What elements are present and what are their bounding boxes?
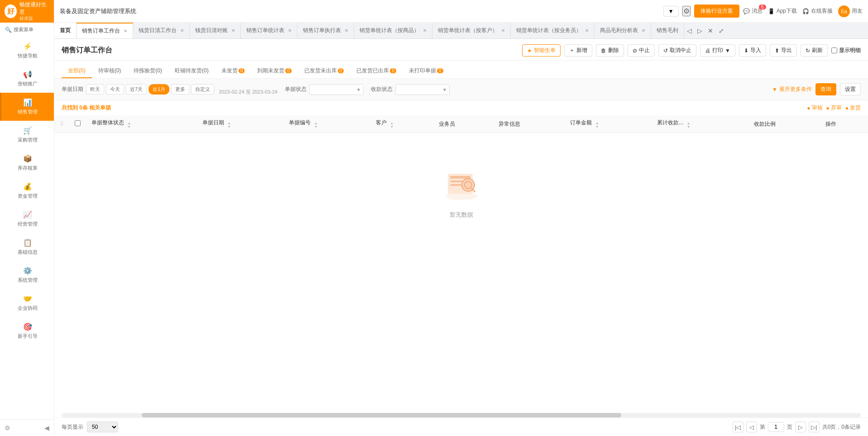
page-size-select[interactable]: 50 10 20 100 (87, 422, 118, 432)
col-header-date[interactable]: 单据日期 ▲▼ (197, 115, 284, 133)
subtab-all[interactable]: 全部(0) (62, 64, 92, 78)
tab-sales-product[interactable]: 销货单统计表（按商品） ✕ (354, 23, 432, 39)
date-btn-more[interactable]: 更多 (171, 84, 189, 95)
col-header-cumulative[interactable]: 累计收款... ▲▼ (652, 115, 748, 133)
date-btn-1month[interactable]: 近1月 (149, 84, 169, 95)
sidebar-item-system[interactable]: ⚙️ 系统管理 (0, 261, 54, 289)
settings-footer-btn[interactable]: ⚙ (5, 424, 10, 431)
subtab-unshipped[interactable]: 未发货0 (215, 64, 251, 78)
cancel-review-op-btn[interactable]: ● 弃审 (826, 104, 842, 112)
prev-page-btn[interactable]: ◁ (746, 422, 757, 432)
status-select[interactable] (309, 84, 364, 95)
date-btn-custom[interactable]: 自定义 (191, 84, 214, 95)
tab-sales-profit[interactable]: 销售毛利 (651, 23, 684, 39)
add-btn[interactable]: ＋ 新增 (564, 44, 592, 57)
page-title: 销售订单工作台 (62, 46, 112, 55)
tab-close-orderstats[interactable]: ✕ (288, 28, 292, 33)
tab-close-all-btn[interactable]: ✕ (705, 27, 716, 34)
sidebar-item-quicknav[interactable]: ⚡ 快捷导航 (0, 37, 54, 65)
print-btn[interactable]: 🖨 打印 ▼ (700, 44, 735, 57)
user-menu[interactable]: Ea 用友 (838, 5, 863, 17)
tab-daily-clear[interactable]: 钱货日清工作台 ✕ (133, 23, 190, 39)
col-header-customer[interactable]: 客户 ▲▼ (370, 115, 433, 133)
col-header-status[interactable]: 单据整体状态 ▲▼ (86, 115, 197, 133)
tab-close-salescustomer[interactable]: ✕ (501, 28, 505, 33)
tab-sales-staff[interactable]: 销货单统计表（按业务员） ✕ (511, 23, 595, 39)
export-btn[interactable]: ⬆ 导出 (770, 44, 797, 57)
import-btn[interactable]: ⬇ 导入 (739, 44, 766, 57)
expand-filter-btn[interactable]: ▼ 展开更多条件 (772, 85, 812, 93)
show-detail-label[interactable]: 显示明细 (831, 47, 861, 54)
industry-btn[interactable]: 体验行业方案 (694, 5, 739, 18)
refresh-btn[interactable]: ↻ 刷新 (801, 44, 828, 57)
tabbar: 首页 销售订单工作台 ✕ 钱货日清工作台 ✕ 钱货日清对账 ✕ 销售订单统计表 … (54, 23, 868, 39)
subtab-pending-check[interactable]: 待拣验货(0) (127, 64, 168, 78)
date-btn-yesterday[interactable]: 昨天 (86, 84, 104, 95)
data-table: ⠿ 单据整体状态 ▲▼ 单据日期 ▲▼ (54, 115, 868, 133)
topbar-gear-btn[interactable]: ⚙ (682, 6, 691, 16)
delete-btn[interactable]: 🗑 删除 (596, 44, 624, 57)
filter-settings-btn[interactable]: 设置 (840, 83, 861, 95)
subtab-wangpu-ship[interactable]: 旺铺待发货(0) (168, 64, 215, 78)
tab-reconciliation[interactable]: 钱货日清对账 ✕ (190, 23, 241, 39)
tab-close-orderexec[interactable]: ✕ (345, 28, 348, 33)
col-header-num[interactable]: 单据编号 ▲▼ (283, 115, 370, 133)
next-page-btn[interactable]: ▷ (795, 422, 806, 432)
col-header-amount[interactable]: 订单金额 ▲▼ (565, 115, 652, 133)
last-page-btn[interactable]: ▷| (809, 422, 820, 432)
date-btn-today[interactable]: 今天 (106, 84, 124, 95)
subtab-unprinted[interactable]: 未打印单据0 (403, 64, 450, 78)
date-range-display: 2023-02-24 至 2023-03-24 (219, 83, 278, 95)
cancel-stop-btn[interactable]: ↺ 取消中止 (658, 44, 696, 57)
sidebar-item-search[interactable]: 🔍 搜索菜单 (0, 23, 54, 37)
sidebar-item-guide[interactable]: 🎯 新手引导 (0, 317, 54, 345)
smart-order-btn[interactable]: ★ 智能生单 (522, 44, 561, 57)
review-op-btn[interactable]: ● 审核 (807, 104, 822, 112)
sidebar-item-operation[interactable]: 📈 经营管理 (0, 205, 54, 233)
horizontal-scrollbar[interactable] (62, 413, 861, 417)
payment-select[interactable] (395, 84, 450, 95)
subtab-shipped-out[interactable]: 已发货已出库0 (350, 64, 403, 78)
tab-margin[interactable]: 商品毛利分析表 ✕ (595, 23, 651, 39)
system-dropdown-btn[interactable]: ▼ (663, 6, 679, 17)
message-btn[interactable]: 💬 消息 6 (743, 7, 762, 15)
tab-close-salesstaff[interactable]: ✕ (585, 28, 589, 33)
sidebar-item-marketing[interactable]: 📢 营销推广 (0, 65, 54, 93)
tab-close-sales[interactable]: ✕ (124, 28, 127, 33)
select-all-checkbox[interactable] (75, 120, 81, 126)
tab-expand-btn[interactable]: ⤢ (716, 27, 727, 34)
subtab-overdue[interactable]: 到期未发货0 (251, 64, 298, 78)
scrollbar-thumb[interactable] (142, 413, 621, 417)
subtab-pending-review[interactable]: 待审核(0) (92, 64, 128, 78)
sidebar-item-purchase[interactable]: 🛒 采购管理 (0, 121, 54, 149)
sidebar-item-finance[interactable]: 💰 资金管理 (0, 177, 54, 205)
page-number-input[interactable] (768, 422, 784, 432)
collapse-sidebar-btn[interactable]: ◀ (44, 424, 49, 431)
tab-sales-workbench[interactable]: 销售订单工作台 ✕ (77, 23, 133, 39)
tab-close-daily[interactable]: ✕ (180, 28, 184, 33)
table-scroll[interactable]: ⠿ 单据整体状态 ▲▼ 单据日期 ▲▼ (54, 115, 868, 413)
header-checkbox[interactable] (69, 115, 86, 133)
stop-btn[interactable]: ⊘ 中止 (628, 44, 655, 57)
tab-close-salesproduct[interactable]: ✕ (423, 28, 427, 33)
sidebar-item-collab[interactable]: 🤝 企业协同 (0, 289, 54, 317)
app-download-btn[interactable]: 📱 App下载 (768, 7, 797, 15)
tab-sales-customer[interactable]: 销货单统计表（按客户） ✕ (432, 23, 511, 39)
show-detail-checkbox[interactable] (831, 47, 837, 53)
ship-op-btn[interactable]: ● 发货 (845, 104, 861, 112)
tab-next-btn[interactable]: ▷ (695, 27, 705, 34)
tab-prev-btn[interactable]: ◁ (684, 27, 695, 34)
sidebar-item-inventory[interactable]: 📦 库存核算 (0, 149, 54, 177)
tab-close-reconciliation[interactable]: ✕ (231, 28, 235, 33)
date-btn-7days[interactable]: 近7天 (126, 84, 147, 95)
subtab-shipped-not-out[interactable]: 已发货未出库0 (298, 64, 350, 78)
tab-home[interactable]: 首页 (54, 23, 77, 39)
query-btn[interactable]: 查询 (815, 83, 836, 95)
tab-order-stats[interactable]: 销售订单统计表 ✕ (241, 23, 297, 39)
tab-close-margin[interactable]: ✕ (642, 28, 645, 33)
tab-order-exec[interactable]: 销售订单执行表 ✕ (297, 23, 354, 39)
sidebar-item-sales[interactable]: 📊 销售管理 (0, 93, 54, 121)
first-page-btn[interactable]: |◁ (733, 422, 743, 432)
sidebar-item-basicinfo[interactable]: 📋 基础信息 (0, 233, 54, 261)
online-service-btn[interactable]: 🎧 在线客服 (802, 7, 833, 15)
